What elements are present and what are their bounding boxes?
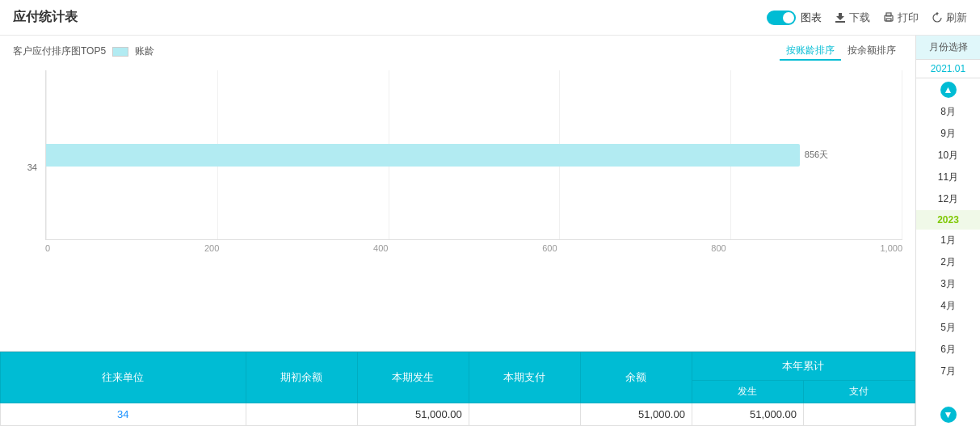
sidebar-month-aug[interactable]: 8月	[916, 101, 980, 123]
download-label: 下载	[849, 11, 870, 25]
sort-by-balance-button[interactable]: 按账龄排序	[780, 42, 841, 61]
sidebar-month-apr[interactable]: 4月	[916, 295, 980, 317]
x-label-0: 0	[45, 243, 50, 253]
chart-sort-buttons: 按账龄排序 按余额排序	[780, 42, 902, 61]
page-title: 应付统计表	[13, 9, 78, 26]
chart-area: 34	[0, 64, 915, 351]
download-button[interactable]: 下载	[835, 11, 870, 25]
sidebar-month-jan[interactable]: 1月	[916, 230, 980, 251]
x-label-600: 600	[542, 243, 557, 253]
col-opening-header: 期初余额	[246, 352, 357, 403]
svg-rect-3	[886, 19, 891, 21]
sidebar-year-2023[interactable]: 2023	[916, 210, 980, 230]
chart-header: 客户应付排序图TOP5 账龄 按账龄排序 按余额排序	[0, 36, 915, 64]
sidebar-up-button[interactable]: ▲	[916, 78, 980, 101]
refresh-icon	[932, 12, 943, 23]
sidebar-month-jun[interactable]: 6月	[916, 339, 980, 361]
sidebar-month-oct[interactable]: 10月	[916, 145, 980, 167]
refresh-label: 刷新	[946, 11, 967, 25]
chart-toggle-container[interactable]: 图表	[767, 11, 822, 25]
up-arrow-icon[interactable]: ▲	[940, 82, 957, 98]
chart-toggle[interactable]	[767, 11, 796, 25]
bar-row: 856天	[46, 144, 902, 167]
legend-box	[112, 47, 128, 57]
x-label-400: 400	[373, 243, 388, 253]
x-label-800: 800	[711, 243, 726, 253]
table-header-row: 往来单位 期初余额 本期发生 本期支付 余额 本年累计	[1, 352, 915, 381]
cell-unit: 34	[1, 403, 246, 426]
x-axis-labels: 0 200 400 600 800 1,000	[45, 240, 902, 264]
sidebar-current-year: 2021.01	[916, 60, 980, 78]
bars-container: 856天	[46, 70, 902, 239]
col-ytd-pay-header: 支付	[803, 381, 915, 403]
sidebar-down-button[interactable]: ▼	[916, 403, 980, 426]
col-ytd-occur-header: 发生	[692, 381, 803, 403]
col-current-pay-header: 本期支付	[469, 352, 580, 403]
table-row: 34 51,000.00 51,000.00 51,000.00	[1, 403, 915, 426]
cell-current-occur: 51,000.00	[357, 403, 469, 426]
sidebar-month-mar[interactable]: 3月	[916, 273, 980, 295]
svg-rect-0	[835, 21, 845, 23]
sidebar-months: 8月 9月 10月 11月 12月 2023 1月 2月 3月 4月 5月 6月…	[916, 101, 980, 403]
sidebar-month-feb[interactable]: 2月	[916, 251, 980, 273]
header-actions: 图表 下载 打印	[767, 11, 967, 25]
x-label-200: 200	[204, 243, 219, 253]
sidebar-month-may[interactable]: 5月	[916, 317, 980, 339]
down-arrow-icon[interactable]: ▼	[940, 407, 957, 423]
col-current-occur-header: 本期发生	[357, 352, 469, 403]
bar-fill	[46, 144, 800, 167]
sidebar-month-dec[interactable]: 12月	[916, 188, 980, 210]
sidebar: 月份选择 2021.01 ▲ 8月 9月 10月 11月 12月 2023 1月…	[915, 36, 980, 426]
legend-text: 客户应付排序图TOP5	[13, 44, 106, 58]
chart-toggle-label: 图表	[801, 11, 822, 25]
col-ytd-header: 本年累计	[692, 352, 915, 381]
bar-end-label: 856天	[805, 149, 828, 161]
print-icon	[883, 12, 894, 23]
sort-by-amount-button[interactable]: 按余额排序	[841, 42, 902, 61]
unit-link[interactable]: 34	[117, 408, 128, 420]
cell-ytd-pay	[803, 403, 915, 426]
sidebar-month-nov[interactable]: 11月	[916, 167, 980, 188]
sidebar-month-jul[interactable]: 7月	[916, 361, 980, 382]
col-unit-header: 往来单位	[1, 352, 246, 403]
print-button[interactable]: 打印	[883, 11, 919, 25]
chart-legend: 客户应付排序图TOP5 账龄	[13, 44, 154, 58]
sidebar-header: 月份选择	[916, 36, 980, 60]
y-axis-label: 34	[13, 162, 37, 172]
print-label: 打印	[898, 11, 919, 25]
download-icon	[835, 12, 846, 23]
sidebar-month-sep[interactable]: 9月	[916, 123, 980, 145]
table-section: 往来单位 期初余额 本期发生 本期支付 余额 本年累计 发生 支付	[0, 351, 915, 426]
cell-opening	[246, 403, 357, 426]
refresh-button[interactable]: 刷新	[932, 11, 967, 25]
col-balance-header: 余额	[580, 352, 692, 403]
legend-box-label: 账龄	[135, 44, 154, 58]
cell-ytd-occur: 51,000.00	[692, 403, 803, 426]
x-label-1000: 1,000	[880, 243, 902, 253]
cell-balance: 51,000.00	[580, 403, 692, 426]
cell-current-pay	[469, 403, 580, 426]
